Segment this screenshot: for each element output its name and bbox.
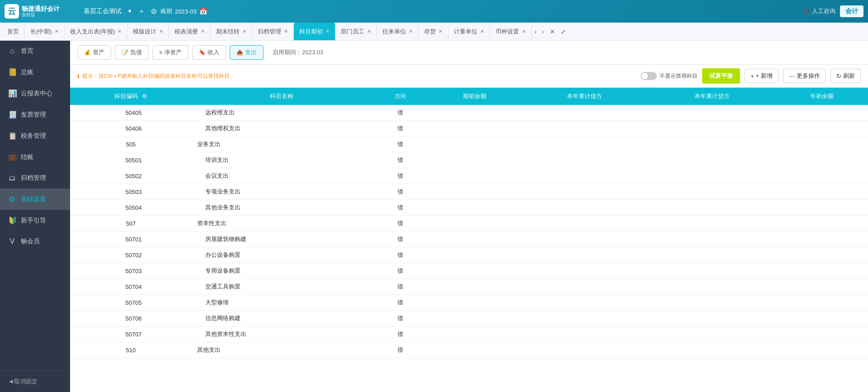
tab-next-icon[interactable]: ›	[539, 26, 547, 37]
table-row[interactable]: 50705 大型修缮 借	[70, 295, 868, 311]
table-row[interactable]: 50706 信息网络购建 借	[70, 311, 868, 326]
sidebar-item-tax[interactable]: 📋 税务管理	[0, 125, 70, 146]
cell-direction: 借	[372, 152, 429, 168]
cell-initial	[429, 137, 521, 152]
tab-archive[interactable]: 归档管理 ✕	[252, 23, 294, 40]
subject-table: 科目编码 ⚙ 科目名称 方向 期初余额 本年累计借方	[70, 88, 868, 358]
tab-counterpart[interactable]: 往来单位 ✕	[377, 23, 419, 40]
headset-icon: 🎧	[803, 8, 810, 15]
table-row[interactable]: 50406 其他维权支出 借	[70, 121, 868, 137]
tab-subject-initial[interactable]: 科目期初 ✕	[294, 23, 335, 40]
sidebar-item-guide[interactable]: 🔰 新手引导	[0, 210, 70, 231]
ledger-icon: 📒	[8, 68, 16, 76]
cell-code: 507	[70, 216, 192, 231]
tab-close-all-icon[interactable]: ✕	[547, 26, 558, 37]
close-icon[interactable]: ✕	[242, 28, 246, 34]
cell-ytd-debit	[521, 326, 648, 342]
sidebar-item-reports[interactable]: 📊 云报表中心	[0, 83, 70, 104]
cell-name: 其他资本性支出	[192, 326, 372, 342]
tax-icon: 📋	[8, 132, 16, 140]
cell-ytd-debit	[521, 168, 648, 184]
table-row[interactable]: 50503 专项业务支出 借	[70, 184, 868, 200]
table-row[interactable]: 50504 其他业务支出 借	[70, 200, 868, 216]
table-row[interactable]: 50502 会议支出 借	[70, 168, 868, 184]
close-icon[interactable]: ✕	[159, 28, 163, 34]
org-dropdown-icon[interactable]: ▼	[127, 8, 132, 14]
close-icon[interactable]: ✕	[118, 28, 122, 34]
income-icon: 🔖	[199, 49, 206, 56]
tab-expand-icon[interactable]: ⤢	[558, 26, 569, 37]
cell-code: 505	[70, 137, 192, 152]
refresh-button[interactable]: ↻ 刷新	[830, 69, 861, 83]
table-row[interactable]: 510 其他支出 借	[70, 342, 868, 358]
add-org-button[interactable]: ＋	[138, 7, 145, 16]
settings-col-icon[interactable]: ⚙	[142, 93, 147, 99]
sidebar-item-home[interactable]: ⌂ 首页	[0, 41, 70, 61]
close-icon[interactable]: ✕	[480, 28, 484, 34]
help-button[interactable]: 🎧 人工咨询	[803, 7, 835, 15]
close-icon[interactable]: ✕	[201, 28, 205, 34]
sub-tab-net-asset[interactable]: ≡ 净资产	[152, 45, 189, 60]
sub-tab-liability[interactable]: 📝 负债	[115, 45, 149, 60]
sidebar-item-member[interactable]: V 畅会员	[0, 231, 70, 252]
sidebar-item-settings[interactable]: ⚙ 基础设置	[0, 189, 70, 210]
cell-ytd-debit	[521, 231, 648, 247]
content-area: 💰 资产 📝 负债 ≡ 净资产 🔖 收入 📤 支出 启用期间：2023.03	[70, 41, 868, 392]
tab-period-close[interactable]: 期末结转 ✕	[211, 23, 252, 40]
sub-tab-expense[interactable]: 📤 支出	[230, 45, 264, 60]
table-row[interactable]: 50702 办公设备购置 借	[70, 247, 868, 263]
sub-tab-income[interactable]: 🔖 收入	[192, 45, 226, 60]
close-icon[interactable]: ✕	[409, 28, 413, 34]
disable-subject-toggle[interactable]	[641, 72, 657, 80]
table-row[interactable]: 50701 房屋建筑物购建 借	[70, 231, 868, 247]
sidebar-item-invoice[interactable]: 🧾 发票管理	[0, 104, 70, 125]
tab-unit[interactable]: 计量单位 ✕	[448, 23, 490, 40]
sidebar-item-settlement[interactable]: 💼 结账	[0, 146, 70, 168]
table-row[interactable]: 507 资本性支出 借	[70, 216, 868, 231]
close-icon[interactable]: ✕	[284, 28, 288, 34]
tab-midterm[interactable]: 长(中期) ✕	[25, 23, 65, 40]
table-row[interactable]: 50501 培训支出 借	[70, 152, 868, 168]
table-row[interactable]: 505 业务支出 借	[70, 137, 868, 152]
tab-home[interactable]: 首页	[2, 23, 25, 40]
liability-icon: 📝	[122, 49, 128, 56]
close-icon[interactable]: ✕	[367, 28, 371, 34]
balance-button[interactable]: 试算平衡	[702, 68, 740, 84]
close-icon[interactable]: ✕	[55, 28, 59, 34]
close-icon[interactable]: ✕	[439, 28, 443, 34]
tab-currency[interactable]: 币种设置 ✕	[490, 23, 532, 40]
close-icon[interactable]: ✕	[326, 28, 330, 34]
table-header-row: 科目编码 ⚙ 科目名称 方向 期初余额 本年累计借方	[70, 88, 868, 105]
sidebar-item-ledger[interactable]: 📒 总账	[0, 61, 70, 83]
cell-initial	[429, 231, 521, 247]
tab-template[interactable]: 模版设计 ✕	[127, 23, 169, 40]
cell-name: 大型修缮	[192, 295, 372, 311]
sidebar-collapse-button[interactable]: ◄取消固定	[0, 371, 70, 392]
tab-annual-report[interactable]: 收入支出表(年报) ✕	[65, 23, 128, 40]
cell-name: 其他支出	[192, 342, 372, 358]
tab-tax-form[interactable]: 税表清册 ✕	[169, 23, 211, 40]
table-row[interactable]: 50703 专用设备购置 借	[70, 263, 868, 279]
calendar-icon[interactable]: 📅	[199, 8, 207, 15]
more-ops-button[interactable]: ⋯ 更多操作	[783, 69, 826, 83]
cell-ytd-debit	[521, 152, 648, 168]
hint-box: ℹ 提示：按Ctrl＋F键并输入科目编码或者科目名称可以查找科目。	[77, 72, 632, 80]
account-button[interactable]: 会计	[840, 5, 863, 17]
cell-direction: 借	[372, 137, 429, 152]
tab-dept-staff[interactable]: 部门员工 ✕	[335, 23, 377, 40]
sidebar-item-archive[interactable]: 🗂 归档管理	[0, 168, 70, 189]
sub-tab-asset[interactable]: 💰 资产	[77, 45, 111, 60]
cell-code: 50405	[70, 105, 192, 121]
tab-prev-icon[interactable]: ‹	[532, 26, 539, 37]
cell-ytd-credit	[648, 279, 776, 295]
cell-code: 50501	[70, 152, 192, 168]
table-row[interactable]: 50405 远程维支出 借	[70, 105, 868, 121]
period-label: 启用期间：2023.03	[273, 48, 323, 57]
col-header-code: 科目编码 ⚙	[70, 88, 192, 105]
add-new-button[interactable]: + + 新增	[745, 69, 778, 83]
tab-inventory[interactable]: 存货 ✕	[419, 23, 448, 40]
table-row[interactable]: 50707 其他资本性支出 借	[70, 326, 868, 342]
settings-icon[interactable]: ⚙	[151, 7, 157, 16]
table-row[interactable]: 50704 交通工具购置 借	[70, 279, 868, 295]
close-icon[interactable]: ✕	[522, 28, 526, 34]
